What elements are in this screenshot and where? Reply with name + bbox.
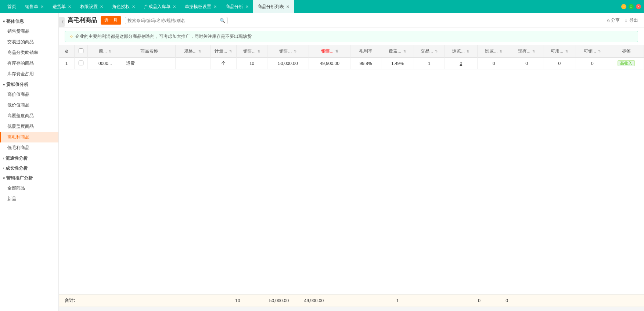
nav-home[interactable]: 首页 bbox=[3, 0, 21, 13]
row-browse1[interactable]: 0 bbox=[445, 58, 477, 69]
sidebar-section-contribution[interactable]: ▾ 贡献值分析 bbox=[0, 79, 58, 89]
col-header-sales-qty[interactable]: 销售... ⇅ bbox=[237, 45, 267, 58]
maximize-button[interactable]: □ bbox=[629, 4, 634, 9]
select-all-checkbox[interactable] bbox=[79, 48, 83, 53]
sort-sales-cost-icon[interactable]: ⇅ bbox=[335, 50, 338, 53]
row-checkbox[interactable] bbox=[79, 61, 83, 65]
close-purchase-order-icon[interactable]: ✕ bbox=[68, 4, 71, 9]
row-spec bbox=[175, 58, 210, 69]
bottom-scrollbar[interactable] bbox=[59, 307, 644, 311]
sort-sellable-icon[interactable]: ⇅ bbox=[598, 50, 601, 53]
close-product-analysis-list-icon[interactable]: ✕ bbox=[286, 4, 289, 9]
sidebar-section-growth[interactable]: › 成长性分析 bbox=[0, 163, 58, 173]
share-button[interactable]: ⎋ 分享 bbox=[607, 17, 620, 23]
close-product-analysis-icon[interactable]: ✕ bbox=[245, 4, 249, 9]
nav-purchase-order[interactable]: 进货单 ✕ bbox=[48, 0, 76, 13]
sort-browse2-icon[interactable]: ⇅ bbox=[500, 50, 503, 53]
info-icon: ✧ bbox=[69, 34, 73, 39]
sidebar-item-traded-goods[interactable]: 交易过的商品 bbox=[0, 37, 58, 47]
search-input[interactable] bbox=[127, 18, 220, 23]
col-header-coverage[interactable]: 覆盖... ⇅ bbox=[381, 45, 414, 58]
sort-sales-amt-icon[interactable]: ⇅ bbox=[294, 50, 297, 53]
total-sales-qty: 10 bbox=[214, 298, 262, 303]
sort-unit-icon[interactable]: ⇅ bbox=[229, 50, 232, 53]
nav-role-auth[interactable]: 角色授权 ✕ bbox=[108, 0, 140, 13]
row-sales-cost: 49,900.00 bbox=[309, 58, 350, 69]
col-header-sales-cost[interactable]: 销售... ⇅ bbox=[309, 45, 350, 58]
col-header-gross-rate[interactable]: 毛利率 bbox=[350, 45, 381, 58]
sort-current-icon[interactable]: ⇅ bbox=[532, 50, 535, 53]
col-header-sellable[interactable]: 可销... ⇅ bbox=[576, 45, 609, 58]
sidebar-section-liquidity[interactable]: › 流通性分析 bbox=[0, 153, 58, 163]
row-check[interactable] bbox=[75, 58, 88, 69]
nav-sales-order[interactable]: 销售单 ✕ bbox=[21, 0, 48, 13]
close-permissions-icon[interactable]: ✕ bbox=[100, 4, 103, 9]
sidebar-item-inventory-fund[interactable]: 库存资金占用 bbox=[0, 69, 58, 79]
sort-trade-icon[interactable]: ⇅ bbox=[435, 50, 438, 53]
close-finished-goods-icon[interactable]: ✕ bbox=[173, 4, 176, 9]
total-current: 0 bbox=[465, 298, 493, 303]
col-header-browse2[interactable]: 浏览... ⇅ bbox=[477, 45, 510, 58]
row-current: 0 bbox=[510, 58, 543, 69]
sidebar-item-low-coverage[interactable]: 低覆盖度商品 bbox=[0, 121, 58, 132]
col-header-current[interactable]: 现有... ⇅ bbox=[510, 45, 543, 58]
sort-available-icon[interactable]: ⇅ bbox=[565, 50, 568, 53]
col-header-name[interactable]: 商品名称 bbox=[123, 45, 175, 58]
sidebar-toggle-button[interactable]: 《 bbox=[59, 17, 65, 27]
sort-spec-icon[interactable]: ⇅ bbox=[198, 50, 201, 53]
close-window-button[interactable]: ✕ bbox=[636, 4, 641, 9]
sidebar-item-high-coverage[interactable]: 高覆盖度商品 bbox=[0, 111, 58, 121]
total-spacer-browse2 bbox=[438, 298, 465, 303]
sort-browse1-icon[interactable]: ⇅ bbox=[467, 50, 469, 53]
col-header-spec[interactable]: 规格... ⇅ bbox=[175, 45, 210, 58]
sort-coverage-icon[interactable]: ⇅ bbox=[403, 50, 406, 53]
date-filter-button[interactable]: 近一月 bbox=[101, 16, 121, 25]
col-header-trade[interactable]: 交易... ⇅ bbox=[414, 45, 445, 58]
caret-growth-icon: › bbox=[3, 166, 4, 170]
sidebar-item-low-margin[interactable]: 低毛利商品 bbox=[0, 142, 58, 153]
sidebar-item-sales-goods[interactable]: 销售货商品 bbox=[0, 26, 58, 37]
nav-permissions[interactable]: 权限设置 ✕ bbox=[76, 0, 108, 13]
page-title: 高毛利商品 bbox=[68, 17, 97, 24]
sidebar-item-high-value[interactable]: 高价值商品 bbox=[0, 89, 58, 100]
col-header-tag[interactable]: 标签 bbox=[609, 45, 644, 58]
sidebar-item-in-stock[interactable]: 有库存的商品 bbox=[0, 58, 58, 69]
table-container: ⚙ 商... ⇅ 商品名称 规格... ⇅ bbox=[59, 45, 644, 294]
col-header-unit[interactable]: 计量... ⇅ bbox=[210, 45, 237, 58]
sidebar-item-low-value[interactable]: 低价值商品 bbox=[0, 100, 58, 111]
sidebar-item-all-goods[interactable]: 全部商品 bbox=[0, 183, 58, 194]
sort-code-icon[interactable]: ⇅ bbox=[109, 50, 112, 53]
nav-product-analysis[interactable]: 商品分析 ✕ bbox=[221, 0, 253, 13]
sidebar-item-new-goods[interactable]: 新品 bbox=[0, 194, 58, 204]
content-area: 《 高毛利商品 近一月 🔍 ⎋ 分享 ⤓ 导出 ✧ 企 bbox=[59, 13, 644, 311]
row-code[interactable]: 0000... bbox=[88, 58, 123, 69]
row-available: 0 bbox=[543, 58, 576, 69]
close-role-auth-icon[interactable]: ✕ bbox=[132, 4, 135, 9]
sidebar-item-category-rate[interactable]: 商品分类助销率 bbox=[0, 47, 58, 58]
nav-template-settings[interactable]: 单据模板设置 ✕ bbox=[180, 0, 221, 13]
nav-product-analysis-list[interactable]: 商品分析列表 ✕ bbox=[253, 0, 294, 13]
search-box[interactable]: 🔍 bbox=[125, 17, 228, 24]
sort-sales-qty-icon[interactable]: ⇅ bbox=[258, 50, 260, 53]
total-spacer-code bbox=[111, 298, 140, 303]
sidebar-section-marketing[interactable]: ▾ 营销推广分析 bbox=[0, 173, 58, 183]
col-header-browse1[interactable]: 浏览... ⇅ bbox=[445, 45, 477, 58]
sidebar-item-high-margin[interactable]: 高毛利商品 bbox=[0, 132, 58, 142]
close-sales-order-icon[interactable]: ✕ bbox=[40, 4, 44, 9]
total-label: 合计: bbox=[65, 297, 87, 304]
col-header-check[interactable] bbox=[75, 45, 88, 58]
row-coverage: 1.49% bbox=[381, 58, 414, 69]
col-header-settings[interactable]: ⚙ bbox=[59, 45, 75, 58]
main-layout: ▾ 整体信息 销售货商品 交易过的商品 商品分类助销率 有库存的商品 库存资金占… bbox=[0, 13, 644, 311]
export-button[interactable]: ⤓ 导出 bbox=[624, 17, 638, 23]
search-icon[interactable]: 🔍 bbox=[220, 18, 225, 23]
row-name[interactable]: 运费 bbox=[123, 58, 175, 69]
close-template-settings-icon[interactable]: ✕ bbox=[213, 4, 217, 9]
col-header-available[interactable]: 可用... ⇅ bbox=[543, 45, 576, 58]
col-header-code[interactable]: 商... ⇅ bbox=[88, 45, 123, 58]
nav-finished-goods[interactable]: 产成品入库单 ✕ bbox=[140, 0, 180, 13]
minimize-button[interactable]: ─ bbox=[621, 4, 626, 9]
total-sales-cost: 49,900.00 bbox=[296, 298, 331, 303]
col-header-sales-amt[interactable]: 销售... ⇅ bbox=[267, 45, 309, 58]
sidebar-section-overall[interactable]: ▾ 整体信息 bbox=[0, 16, 58, 26]
